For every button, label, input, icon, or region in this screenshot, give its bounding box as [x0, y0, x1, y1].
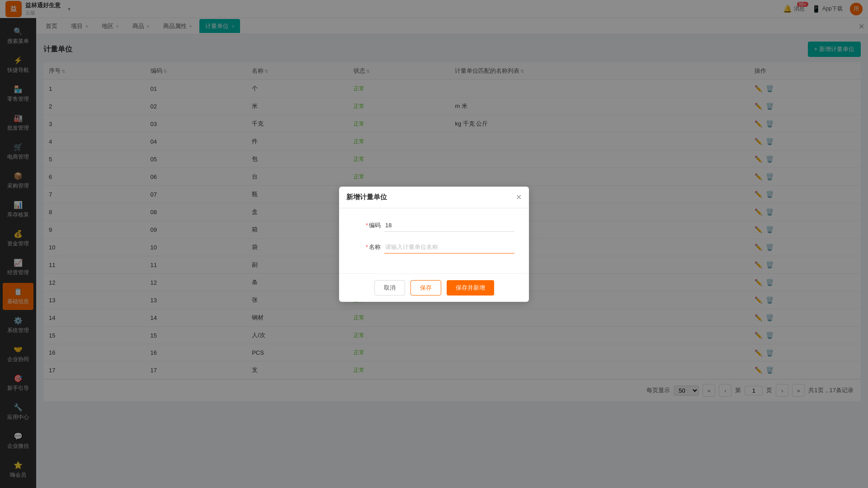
- modal-overlay[interactable]: 新增计量单位 ✕ *编码 *名称 取消 保存 保存并新增: [0, 0, 868, 488]
- cancel-button[interactable]: 取消: [374, 280, 405, 296]
- form-row-name: *名称: [354, 241, 514, 253]
- code-input[interactable]: [384, 219, 514, 232]
- modal-body: *编码 *名称: [339, 208, 529, 273]
- name-input[interactable]: [384, 241, 514, 253]
- modal-title: 新增计量单位: [346, 193, 387, 202]
- modal-header: 新增计量单位 ✕: [339, 187, 529, 208]
- modal-footer: 取消 保存 保存并新增: [339, 273, 529, 302]
- name-label: *名称: [354, 243, 381, 251]
- save-button[interactable]: 保存: [410, 280, 441, 296]
- modal-close-btn[interactable]: ✕: [516, 193, 522, 202]
- modal-dialog: 新增计量单位 ✕ *编码 *名称 取消 保存 保存并新增: [339, 187, 529, 302]
- save-and-new-button[interactable]: 保存并新增: [447, 280, 494, 296]
- code-label: *编码: [354, 221, 381, 230]
- form-row-code: *编码: [354, 219, 514, 232]
